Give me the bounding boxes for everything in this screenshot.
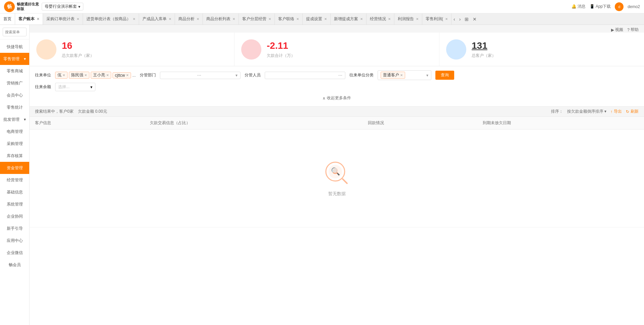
sidebar-item-ecommerce[interactable]: 电商管理 [0,125,29,138]
help-btn[interactable]: ? 帮助 [627,27,639,33]
tab-purchase-order[interactable]: 采购订单统计表 ✕ [43,13,83,25]
video-btn[interactable]: ▶ 视频 [611,27,623,33]
svg-line-13 [343,179,347,183]
sort-select[interactable]: 按欠款金额倒序排序 ▾ [567,109,606,114]
stat-info-credit-amount: -2.11 欠款合计（万） [267,40,432,59]
sidebar-item-wholesale-mgmt[interactable]: 批发管理 ▾ [0,113,29,125]
tag-close-wangxiaoliang[interactable]: ✕ [106,73,109,77]
export-btn[interactable]: ↑ 导出 [610,109,622,114]
tab-promotion-settings[interactable]: 提成设置 ✕ [303,13,331,25]
tab-profit-report[interactable]: 利润报告 ✕ [394,13,422,25]
sidebar-item-system[interactable]: 系统管理 [0,198,29,210]
chevron-up-icon: ∧ [323,96,326,101]
logo-text: 畅捷通好生意 标版 [17,2,39,11]
tab-product-analysis-list-label: 商品分析列表 [206,16,230,22]
tab-close-icon[interactable]: ✕ [388,17,391,21]
tab-customer-segment[interactable]: 客户分层经营 ✕ [239,13,275,25]
filter-tag-normal-customer: 普通客户 ✕ [381,72,405,79]
sidebar-item-marketing[interactable]: 营销推广 [0,77,29,89]
refresh-btn[interactable]: ↻ 刷新 [626,109,639,114]
building-icon [446,39,466,60]
tag-close-wa[interactable]: ✕ [62,73,65,77]
tab-instock-stats[interactable]: 进货单统计表（按商品） ✕ [83,13,139,25]
tab-product-analysis-list[interactable]: 商品分析列表 ✕ [203,13,239,25]
tab-close-icon[interactable]: ✕ [416,17,419,21]
tab-product-stock[interactable]: 产成品入库单 ✕ [139,13,175,25]
tab-customer-contact[interactable]: 客户联络 ✕ [275,13,303,25]
filter-category-select[interactable]: 普通客户 ✕ ▾ [378,70,431,80]
sidebar-item-finance[interactable]: 资金管理 [0,162,29,174]
tab-close-icon[interactable]: ✕ [296,17,299,21]
app-download-btn[interactable]: 📱 App下载 [590,4,611,9]
tab-profit-report-label: 利润报告 [398,16,414,22]
filter-unit-more[interactable]: ... [132,73,136,78]
filter-person-select[interactable]: ⋯ [265,72,345,79]
tab-close-icon[interactable]: ✕ [445,17,448,21]
tab-close-icon[interactable]: ✕ [197,17,199,21]
username-label: demo2 [628,4,640,9]
filter-area: 往来单位 佤 ✕ 陈民强 ✕ 王小亮 ✕ cjttcw [30,66,644,107]
collapse-btn[interactable]: ∧ 收起更多条件 [35,94,639,102]
tab-close-all-btn[interactable]: ✕ [471,13,479,25]
tab-bar: 首页 客户账本 ✕ 采购订单统计表 ✕ 进货单统计表（按商品） ✕ 产成品入库单… [0,13,644,25]
tab-customer-account[interactable]: 客户账本 ✕ [15,13,43,25]
tag-close-cjttcw[interactable]: ✕ [126,73,129,77]
sidebar-item-retail-mall[interactable]: 零售商城 [0,65,29,77]
filter-category-tags: 普通客户 ✕ [381,72,405,79]
filter-remainder-label: 往来余额 [35,84,51,90]
tab-expand-btn[interactable]: ⊞ [463,13,471,25]
tab-close-icon[interactable]: ✕ [77,17,79,21]
filter-tag-wangxiaoliang: 王小亮 ✕ [91,72,111,79]
sidebar-item-quick-nav[interactable]: 快捷导航 [0,41,29,53]
tag-close-normal-customer[interactable]: ✕ [400,73,403,77]
stat-card-credit-amount: -2.11 欠款合计（万） [234,33,439,66]
sidebar-item-member-center[interactable]: 会员中心 [0,89,29,101]
tab-close-icon[interactable]: ✕ [268,17,271,21]
message-btn[interactable]: 🔔 消息 [571,4,586,9]
result-bar-right: 排序： 按欠款金额倒序排序 ▾ ↑ 导出 ↻ 刷新 [551,109,639,114]
tab-prev-btn[interactable]: ‹ [452,13,457,25]
empty-state: 🔍 暂无数据 [35,133,639,224]
sidebar-item-enterprise-wechat[interactable]: 企业微信 [0,247,29,259]
query-button[interactable]: 查询 [435,71,454,80]
sidebar-item-retail-mgmt[interactable]: 零售管理 ▾ [0,53,29,65]
table-container: 客户信息 欠款交易信息（占比） 回款情况 到期未放欠日期 [30,117,644,325]
tab-close-icon[interactable]: ✕ [324,17,327,21]
tab-retail-profit[interactable]: 零售利润( ✕ [422,13,452,25]
sidebar-item-purchase[interactable]: 采购管理 [0,138,29,150]
tab-close-icon[interactable]: ✕ [133,17,135,21]
tab-close-icon[interactable]: ✕ [37,17,39,21]
demo-selector-btn[interactable]: 母婴行业演示帐套 ▾ [42,3,83,10]
tab-next-btn[interactable]: › [457,13,463,25]
tab-home[interactable]: 首页 [0,13,15,25]
filter-dept-select[interactable]: ⋯ ▾ [160,72,241,79]
tab-close-icon[interactable]: ✕ [169,17,171,21]
logo-icon: 畅 [4,1,15,12]
tab-new-promotion[interactable]: 新增提成方案 ✕ [331,13,367,25]
credit-card-icon [241,39,261,60]
stat-icon-area-3 [446,39,466,60]
svg-point-14 [333,168,338,173]
tab-close-icon[interactable]: ✕ [360,17,363,21]
sidebar-item-enterprise[interactable]: 企业协同 [0,210,29,222]
sidebar-item-basic-info[interactable]: 基础信息 [0,186,29,198]
filter-remainder-value: 选择... [58,84,70,90]
tab-business-situation[interactable]: 经营情况 ✕ [367,13,394,25]
tab-product-analysis[interactable]: 商品分析 ✕ [175,13,203,25]
sidebar-item-retail-stats[interactable]: 零售统计 [0,101,29,113]
search-input[interactable] [3,28,27,36]
top-bar: 畅 畅捷通好生意 标版 母婴行业演示帐套 ▾ 🔔 消息 📱 App下载 d de… [0,0,644,13]
top-bar-right: 🔔 消息 📱 App下载 d demo2 [571,2,640,11]
tab-close-icon[interactable]: ✕ [232,17,235,21]
sidebar-item-operations[interactable]: 经营管理 [0,174,29,186]
sidebar-item-member-plus[interactable]: 畅会员 [0,259,29,271]
tag-close-chenminqiang[interactable]: ✕ [84,73,87,77]
tab-new-promotion-label: 新增提成方案 [334,16,358,22]
sidebar-item-new-guide[interactable]: 新手引导 [0,222,29,234]
filter-remainder-select[interactable]: 选择... ▾ [55,83,95,91]
sidebar-item-app-center[interactable]: 应用中心 [0,234,29,247]
chevron-down-icon: ▾ [426,73,428,78]
stat-card-total-customers: 131 总客户（家） [439,33,644,66]
sidebar-item-inventory[interactable]: 库存核算 [0,150,29,162]
avatar[interactable]: d [615,2,624,11]
